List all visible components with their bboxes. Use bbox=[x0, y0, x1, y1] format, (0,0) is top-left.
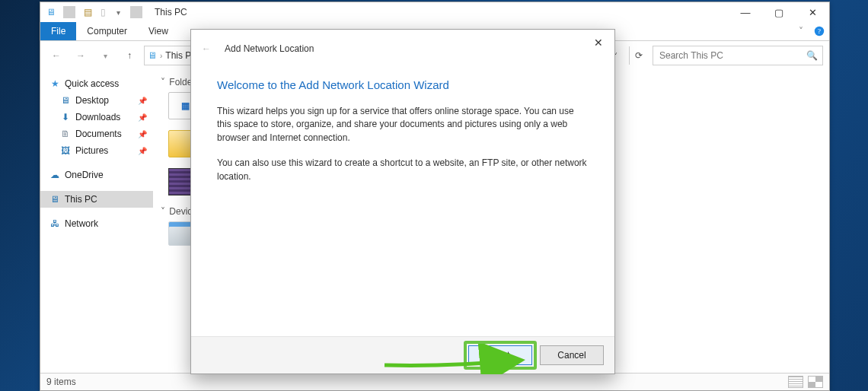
qat-dropdown-icon[interactable]: ▾ bbox=[112, 6, 124, 18]
pin-icon: 📌 bbox=[138, 113, 147, 122]
dialog-header: ← Add Network Location bbox=[191, 30, 614, 68]
properties-icon[interactable]: ▤ bbox=[81, 6, 94, 18]
tab-view[interactable]: View bbox=[138, 22, 179, 40]
dialog-paragraph: You can also use this wizard to create a… bbox=[217, 157, 589, 183]
desktop-icon: 🖥 bbox=[60, 95, 71, 106]
dialog-footer: Next Cancel bbox=[191, 336, 614, 374]
nav-recent-dropdown[interactable]: ▾ bbox=[95, 46, 115, 65]
help-icon[interactable]: ? bbox=[809, 22, 829, 40]
search-icon: 🔍 bbox=[806, 50, 818, 61]
downloads-icon: ⬇ bbox=[60, 112, 71, 122]
dialog-heading: Welcome to the Add Network Location Wiza… bbox=[217, 78, 589, 91]
sidebar-item-quick-access[interactable]: ★ Quick access bbox=[40, 75, 153, 92]
window-title: This PC bbox=[155, 7, 187, 17]
dialog-title: Add Network Location bbox=[225, 43, 314, 54]
tab-computer[interactable]: Computer bbox=[76, 22, 138, 40]
search-input[interactable] bbox=[658, 49, 790, 62]
network-icon: 🖧 bbox=[49, 218, 60, 229]
add-network-location-wizard: ✕ ← Add Network Location Welcome to the … bbox=[190, 29, 615, 374]
separator bbox=[63, 6, 75, 18]
maximize-button[interactable]: ▢ bbox=[762, 2, 796, 22]
titlebar: 🖥 ▤ ▯ ▾ This PC — ▢ ✕ bbox=[40, 2, 829, 22]
sidebar-item-label: Desktop bbox=[75, 95, 109, 106]
dialog-back-button[interactable]: ← bbox=[199, 41, 214, 56]
pc-icon: 🖥 bbox=[49, 194, 60, 205]
sidebar-item-label: Quick access bbox=[65, 78, 119, 89]
cloud-icon: ☁ bbox=[49, 170, 60, 180]
chevron-right-icon: › bbox=[160, 52, 162, 60]
refresh-button[interactable]: ⟳ bbox=[629, 46, 648, 65]
sidebar-item-label: Documents bbox=[75, 129, 122, 139]
sidebar-item-label: OneDrive bbox=[65, 170, 104, 180]
status-bar: 9 items bbox=[40, 373, 829, 390]
sidebar-item-network[interactable]: 🖧 Network bbox=[40, 215, 153, 232]
nav-back-button[interactable]: ← bbox=[46, 46, 66, 65]
pin-icon: 📌 bbox=[138, 97, 147, 105]
details-view-button[interactable] bbox=[788, 376, 803, 388]
svg-text:?: ? bbox=[818, 27, 821, 35]
cancel-button[interactable]: Cancel bbox=[540, 345, 604, 365]
new-folder-icon[interactable]: ▯ bbox=[97, 6, 109, 18]
sidebar-item-label: This PC bbox=[65, 194, 97, 205]
quick-access-toolbar: 🖥 ▤ ▯ ▾ bbox=[45, 6, 150, 18]
nav-up-button[interactable]: ↑ bbox=[120, 46, 139, 65]
dialog-paragraph: This wizard helps you sign up for a serv… bbox=[217, 105, 589, 145]
search-box[interactable]: 🔍 bbox=[653, 46, 823, 65]
minimize-button[interactable]: — bbox=[729, 2, 762, 22]
nav-forward-button[interactable]: → bbox=[71, 46, 91, 65]
chevron-down-icon: ˅ bbox=[161, 206, 165, 217]
sidebar-item-label: Network bbox=[65, 218, 98, 229]
sidebar-item-label: Downloads bbox=[75, 112, 120, 122]
dialog-close-button[interactable]: ✕ bbox=[589, 34, 608, 51]
sidebar-item-desktop[interactable]: 🖥 Desktop 📌 bbox=[40, 92, 153, 109]
sidebar-item-this-pc[interactable]: 🖥 This PC bbox=[40, 191, 153, 208]
sidebar-item-downloads[interactable]: ⬇ Downloads 📌 bbox=[40, 109, 153, 126]
app-icon: 🖥 bbox=[45, 6, 57, 18]
dialog-body: Welcome to the Add Network Location Wiza… bbox=[191, 68, 614, 336]
close-button[interactable]: ✕ bbox=[796, 2, 829, 22]
chevron-down-icon: ˅ bbox=[161, 77, 165, 87]
sidebar-item-onedrive[interactable]: ☁ OneDrive bbox=[40, 167, 153, 183]
next-button[interactable]: Next bbox=[468, 345, 532, 365]
tab-file[interactable]: File bbox=[40, 22, 76, 40]
sidebar-item-documents[interactable]: 🗎 Documents 📌 bbox=[40, 126, 153, 142]
pin-icon: 📌 bbox=[138, 147, 147, 155]
status-item-count: 9 items bbox=[46, 377, 76, 387]
navigation-pane: ★ Quick access 🖥 Desktop 📌 ⬇ Downloads 📌… bbox=[40, 71, 153, 373]
sidebar-item-label: Pictures bbox=[75, 145, 108, 156]
pin-icon: 📌 bbox=[138, 130, 147, 138]
separator bbox=[130, 6, 142, 18]
documents-icon: 🗎 bbox=[60, 129, 71, 139]
pc-icon: 🖥 bbox=[148, 50, 157, 61]
view-switcher bbox=[788, 376, 823, 388]
pictures-icon: 🖼 bbox=[60, 145, 71, 156]
sidebar-item-pictures[interactable]: 🖼 Pictures 📌 bbox=[40, 142, 153, 159]
large-icons-view-button[interactable] bbox=[808, 376, 823, 388]
ribbon-expand-icon[interactable]: ˅ bbox=[793, 22, 809, 40]
star-icon: ★ bbox=[49, 78, 60, 89]
